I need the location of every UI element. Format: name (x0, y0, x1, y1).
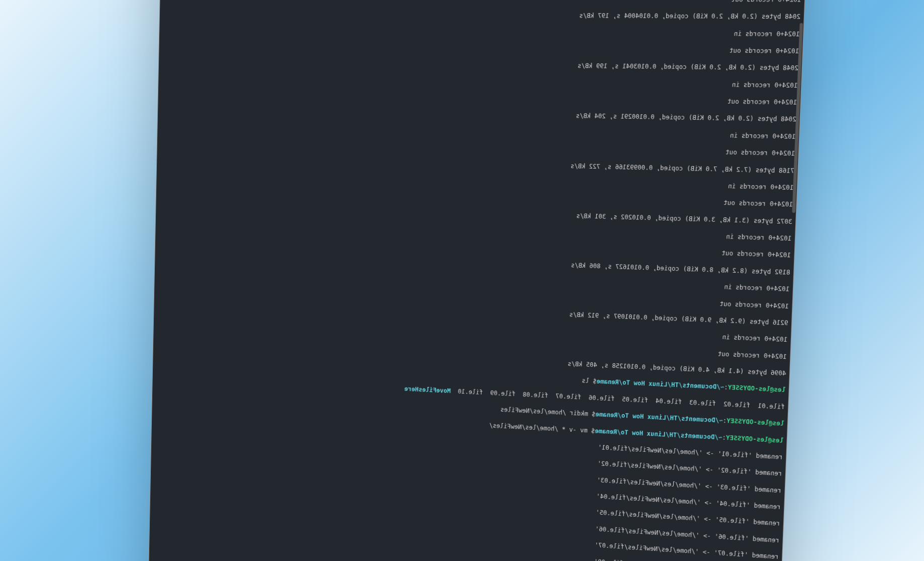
prompt-path: ~/Documents/TH/Linux How To/Rename (595, 411, 723, 424)
output-line: renamed 'file.10' -> '/home/les/NewFiles… (152, 559, 777, 561)
output-line: 1024+0 records in (161, 73, 798, 90)
output-line: 2048 bytes (2.0 kB, 2.0 KiB) copied, 0.0… (162, 10, 800, 21)
konsole-window: ˬ ˆ Rename : bash — Konsole File Edit Vi… (145, 0, 813, 561)
terminal-output[interactable]: les@les-ODYSSEY:~/Documents/TH/Linux How… (146, 0, 811, 561)
prompt-user: les@les-ODYSSEY (726, 434, 784, 444)
prompt-path: ~/Documents/TH/Linux How To/Rename (596, 378, 724, 391)
output-line: 1024+0 records out (162, 42, 799, 55)
output-line: 2048 bytes (2.0 kB, 2.0 KiB) copied, 0.0… (161, 105, 797, 124)
output-line: 1024+0 records out (161, 90, 797, 107)
desktop-background: ˬ ˆ Rename : bash — Konsole File Edit Vi… (0, 0, 924, 561)
prompt-path: ~/Documents/TH/Linux How To/Rename (595, 427, 722, 441)
ls-dir: MoveFilesHere (404, 385, 450, 394)
prompt-user: les@les-ODYSSEY (726, 417, 784, 427)
cmd-mkdir: mkdir /home/les/NewFiles (500, 406, 592, 418)
output-line: 1024+0 records out (163, 0, 801, 4)
cmd-mv: mv -v * /home/les/NewFiles/ (489, 422, 591, 434)
output-line: 1024+0 records in (160, 121, 796, 141)
prompt-user: les@les-ODYSSEY (728, 384, 786, 394)
output-line: 2048 bytes (2.0 kB, 2.0 KiB) copied, 0.0… (162, 58, 799, 73)
output-line: 1024+0 records in (162, 26, 800, 38)
cmd-ls: ls (582, 377, 593, 385)
